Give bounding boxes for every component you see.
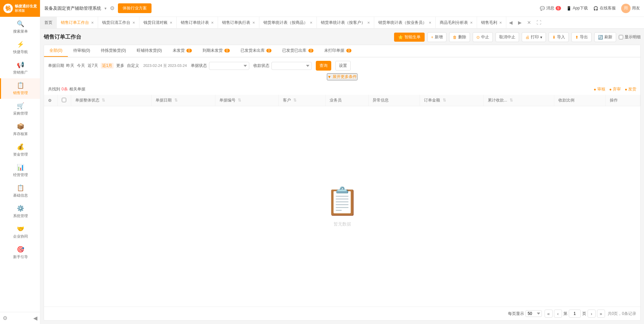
export-button[interactable]: ⬆ 导出 bbox=[571, 32, 592, 42]
tab-sales-summary-product[interactable]: 销货单统计表（按商品） ✕ bbox=[259, 17, 317, 29]
sidebar-item-purchase[interactable]: 🛒 采购管理 bbox=[0, 99, 40, 119]
page-size-select[interactable]: 10 20 50 100 bbox=[525, 310, 542, 317]
sidebar-item-quick-nav[interactable]: ⚡ 快捷导航 bbox=[0, 37, 40, 58]
th-number[interactable]: 单据编号 ⇅ bbox=[215, 95, 278, 106]
tab-sales-profit[interactable]: 销售毛利 ✕ bbox=[477, 17, 506, 29]
page-number-input[interactable] bbox=[569, 310, 581, 318]
cancel-stop-button[interactable]: 取消中止 bbox=[496, 32, 519, 42]
filter-settings-button[interactable]: 设置 bbox=[335, 61, 351, 71]
tab-nav-next[interactable]: ▶ bbox=[515, 20, 524, 25]
th-salesperson[interactable]: 业务员 bbox=[326, 95, 369, 106]
delete-button[interactable]: 🗑 删除 bbox=[449, 32, 470, 42]
filter-date-today[interactable]: 今天 bbox=[77, 63, 85, 69]
subtab-wangpu-ship[interactable]: 旺铺待发货(0) bbox=[131, 45, 167, 57]
th-amount[interactable]: 订单金额 ⇅ bbox=[420, 95, 483, 106]
sidebar-collapse-btn[interactable]: ◀ bbox=[33, 315, 37, 321]
print-button[interactable]: 🖨 打印 ▾ bbox=[522, 32, 546, 42]
filter-date-7days[interactable]: 近7天 bbox=[88, 63, 98, 69]
th-exception[interactable]: 异常信息 bbox=[369, 95, 420, 106]
th-customer[interactable]: 客户 ⇅ bbox=[279, 95, 326, 106]
tab-close-all[interactable]: ✕ bbox=[524, 20, 534, 25]
filter-date-custom[interactable]: 自定义 bbox=[127, 63, 139, 69]
tab-sales-exec[interactable]: 销售订单执行表 ✕ bbox=[218, 17, 259, 29]
tab-home[interactable]: 首页 bbox=[40, 17, 57, 29]
tab-sales-stat-close[interactable]: ✕ bbox=[211, 21, 214, 25]
table-cancel-review-link[interactable]: ● 弃审 bbox=[609, 86, 621, 92]
tab-sales-stat[interactable]: 销售订单统计表 ✕ bbox=[177, 17, 218, 29]
topbar-message[interactable]: 💬 消息 6 bbox=[540, 5, 561, 11]
display-detail-checkbox[interactable] bbox=[619, 35, 623, 39]
sidebar-item-marketing[interactable]: 📢 营销推广 bbox=[0, 58, 40, 78]
sidebar-item-inventory[interactable]: 📦 库存核算 bbox=[0, 119, 40, 140]
add-button[interactable]: + 新增 bbox=[427, 32, 446, 42]
table-scroll-area[interactable]: ⚙ 单据整体状态 ⇅ bbox=[44, 95, 640, 106]
tab-sales-summary-customer[interactable]: 销货单统计表（按客户） ✕ bbox=[317, 17, 374, 29]
table-ship-link[interactable]: ● 发货 bbox=[625, 86, 636, 92]
tab-sales-workbench-close[interactable]: ✕ bbox=[91, 21, 94, 25]
th-status[interactable]: 单据整体状态 ⇅ bbox=[71, 95, 152, 106]
tab-cash-reconcile-close[interactable]: ✕ bbox=[170, 21, 172, 25]
th-collected[interactable]: 累计收款... ⇅ bbox=[483, 95, 554, 106]
sidebar-item-search[interactable]: 🔍 搜索菜单 bbox=[0, 17, 40, 37]
subtab-shipped-not-stocked[interactable]: 已发货未出库 0 bbox=[235, 45, 277, 57]
subtab-pending-review[interactable]: 待审核(0) bbox=[68, 45, 96, 57]
refresh-button[interactable]: 🔄 刷新 bbox=[594, 32, 616, 42]
th-checkbox[interactable] bbox=[57, 95, 71, 106]
pagination-first[interactable]: « bbox=[545, 310, 553, 318]
th-settings[interactable]: ⚙ bbox=[44, 95, 57, 106]
filter-date-1month[interactable]: 近1月 bbox=[101, 63, 114, 69]
stop-button[interactable]: ⊙ 中止 bbox=[473, 32, 493, 42]
filter-expand-button[interactable]: ▼ 展开更多条件 bbox=[327, 73, 358, 80]
th-date[interactable]: 单据日期 ⇅ bbox=[152, 95, 215, 106]
sidebar-item-enterprise[interactable]: 🤝 企业协同 bbox=[0, 222, 40, 242]
sidebar-item-enterprise-label: 企业协同 bbox=[13, 234, 28, 239]
topbar-user[interactable]: 用 用友 bbox=[621, 4, 640, 13]
tab-sales-exec-close[interactable]: ✕ bbox=[252, 21, 255, 25]
tab-summary-product-close[interactable]: ✕ bbox=[310, 21, 312, 25]
display-detail-toggle[interactable]: 显示明细 bbox=[619, 34, 641, 40]
filter-payment-select[interactable] bbox=[271, 62, 312, 70]
tab-cash-daily-close[interactable]: ✕ bbox=[132, 21, 135, 25]
filter-date-yesterday[interactable]: 昨天 bbox=[66, 63, 74, 69]
tab-summary-staff-close[interactable]: ✕ bbox=[429, 21, 431, 25]
filter-date-more[interactable]: 更多 bbox=[116, 63, 124, 69]
subtab-not-printed[interactable]: 未打印单据 0 bbox=[319, 45, 357, 57]
tab-cash-daily[interactable]: 钱货日清工作台 ✕ bbox=[98, 17, 139, 29]
pagination-last[interactable]: » bbox=[597, 310, 605, 318]
sidebar-item-newbie[interactable]: 🎯 新手引导 bbox=[0, 242, 40, 263]
tab-sales-profit-close[interactable]: ✕ bbox=[499, 21, 502, 25]
tab-cash-reconcile[interactable]: 钱货日清对账 ✕ bbox=[139, 17, 177, 29]
subtab-expired-not-shipped[interactable]: 到期未发货 0 bbox=[197, 45, 235, 57]
table-review-link[interactable]: ● 审核 bbox=[594, 86, 605, 92]
tab-gross-margin-close[interactable]: ✕ bbox=[470, 21, 473, 25]
filter-status-select[interactable] bbox=[209, 62, 249, 70]
tab-gross-margin[interactable]: 商品毛利分析表 ✕ bbox=[436, 17, 477, 29]
tab-sales-summary-staff[interactable]: 销货单统计表（按业务员） ✕ bbox=[374, 17, 436, 29]
pagination-prev[interactable]: ‹ bbox=[554, 310, 562, 318]
topbar-experience-button[interactable]: 体验行业方案 bbox=[118, 3, 152, 13]
topbar-settings-icon[interactable]: ⚙ bbox=[110, 5, 115, 11]
topbar-online-service[interactable]: 🎧 在线客服 bbox=[593, 5, 616, 11]
sidebar-item-sales[interactable]: 📋 销售管理 bbox=[0, 78, 40, 99]
smart-create-button[interactable]: ⭐ 智能生单 bbox=[394, 33, 425, 42]
tab-summary-customer-close[interactable]: ✕ bbox=[367, 21, 370, 25]
import-button[interactable]: ⬇ 导入 bbox=[549, 32, 569, 42]
sidebar-item-operation[interactable]: 📊 经营管理 bbox=[0, 160, 40, 181]
subtab-pending-inspect[interactable]: 待拣货验货(0) bbox=[95, 45, 131, 57]
tab-expand[interactable]: ⛶ bbox=[534, 20, 544, 25]
subtab-all[interactable]: 全部(0) bbox=[44, 45, 68, 57]
tab-sales-workbench[interactable]: 销售订单工作台 ✕ bbox=[57, 17, 98, 29]
query-button[interactable]: 查询 bbox=[316, 61, 331, 71]
th-ratio[interactable]: 收款比例 bbox=[554, 95, 606, 106]
pagination-next[interactable]: › bbox=[588, 310, 596, 318]
sidebar-item-system[interactable]: ⚙️ 系统管理 bbox=[0, 201, 40, 222]
sidebar-item-basic[interactable]: 📋 基础信息 bbox=[0, 181, 40, 201]
subtab-shipped-stocked[interactable]: 已发货已出库 0 bbox=[277, 45, 319, 57]
topbar-app-download[interactable]: 📱 App下载 bbox=[566, 5, 588, 11]
subtab-not-shipped[interactable]: 未发货 0 bbox=[167, 45, 197, 57]
tab-nav-prev[interactable]: ◀ bbox=[506, 20, 515, 25]
select-all-checkbox[interactable] bbox=[62, 98, 66, 102]
tab-sales-summary-customer-label: 销货单统计表（按客户） bbox=[321, 20, 365, 26]
sidebar-item-finance[interactable]: 💰 资金管理 bbox=[0, 140, 40, 160]
sidebar-settings-btn[interactable]: ⚙ bbox=[3, 315, 7, 321]
